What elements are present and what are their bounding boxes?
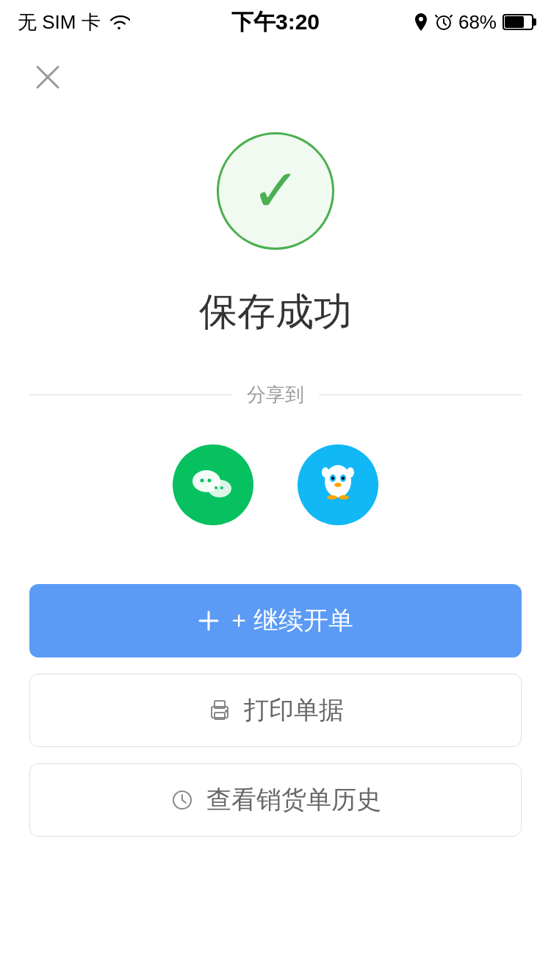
printer-icon [207, 698, 232, 723]
battery-icon [503, 14, 533, 30]
svg-point-9 [325, 465, 351, 497]
battery-percent: 68% [458, 11, 497, 34]
location-icon [413, 12, 429, 32]
share-divider: 分享到 [29, 382, 522, 408]
plus-icon [198, 610, 220, 632]
svg-point-14 [334, 483, 342, 487]
success-title: 保存成功 [199, 287, 352, 338]
share-wechat-button[interactable] [173, 444, 253, 525]
svg-line-27 [182, 800, 186, 803]
divider-line-right [319, 394, 522, 395]
svg-point-16 [347, 467, 354, 478]
share-qq-button[interactable] [298, 444, 378, 525]
carrier-text: 无 SIM 卡 [18, 10, 101, 35]
history-icon [170, 788, 195, 813]
close-button[interactable] [29, 59, 66, 96]
success-circle: ✓ [217, 132, 334, 250]
share-label: 分享到 [232, 382, 319, 408]
history-button-label: 查看销货单历史 [206, 783, 381, 817]
svg-point-7 [215, 486, 217, 489]
qq-icon [316, 459, 360, 511]
continue-button-label: + 继续开单 [231, 604, 353, 638]
status-time: 下午3:20 [231, 7, 320, 37]
checkmark-icon: ✓ [251, 162, 300, 220]
history-button[interactable]: 查看销货单历史 [29, 763, 522, 837]
svg-point-18 [339, 495, 349, 500]
svg-point-15 [322, 467, 329, 478]
close-icon [35, 64, 61, 90]
alarm-icon [435, 12, 453, 32]
svg-point-17 [327, 495, 337, 500]
svg-point-24 [225, 710, 228, 713]
print-button[interactable]: 打印单据 [29, 674, 522, 747]
close-button-row [0, 44, 551, 110]
svg-point-6 [208, 478, 212, 482]
status-right: 68% [413, 11, 533, 34]
wechat-icon [190, 465, 236, 505]
print-button-label: 打印单据 [244, 693, 344, 727]
main-content: ✓ 保存成功 分享到 [0, 110, 551, 837]
action-buttons: + 继续开单 打印单据 查看销货单历史 [29, 584, 522, 837]
status-bar: 无 SIM 卡 下午3:20 68% [0, 0, 551, 44]
svg-point-5 [201, 478, 204, 482]
svg-point-13 [342, 477, 345, 480]
continue-button[interactable]: + 继续开单 [29, 584, 522, 657]
divider-line-left [29, 394, 232, 395]
svg-point-8 [220, 486, 223, 489]
svg-point-4 [208, 480, 231, 497]
svg-point-12 [331, 477, 334, 480]
share-row [173, 444, 378, 525]
status-left: 无 SIM 卡 [18, 10, 130, 35]
wifi-icon [108, 14, 130, 30]
